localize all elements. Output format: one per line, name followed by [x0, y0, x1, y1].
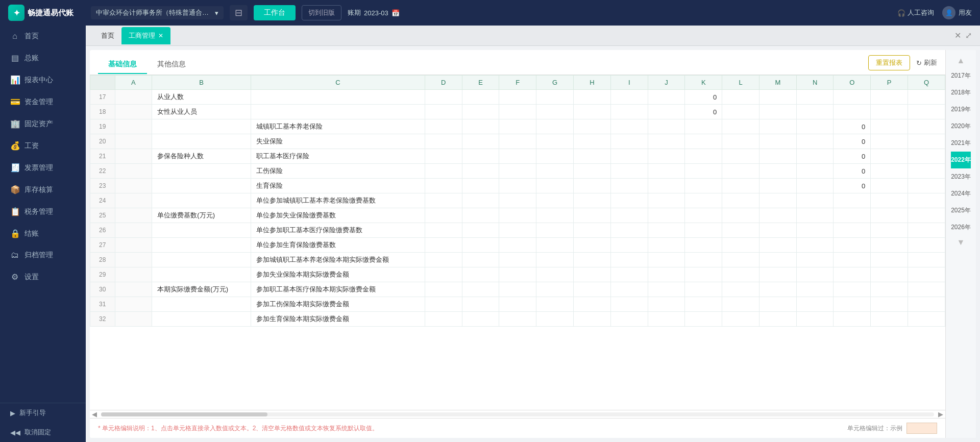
- cell-g[interactable]: [536, 164, 574, 179]
- cell-e[interactable]: [462, 193, 499, 208]
- cell-q[interactable]: [908, 312, 945, 327]
- cell-m[interactable]: [759, 253, 796, 267]
- cell-h[interactable]: [574, 312, 611, 327]
- cell-c[interactable]: 参加生育保险本期实际缴费金额: [251, 312, 425, 327]
- cell-l[interactable]: [722, 119, 760, 134]
- cell-a[interactable]: [115, 164, 152, 179]
- cell-g[interactable]: [536, 179, 574, 193]
- year-item-2023年[interactable]: 2023年: [951, 168, 971, 185]
- cell-m[interactable]: [759, 297, 796, 312]
- row-num[interactable]: 32: [90, 312, 115, 327]
- cell-i[interactable]: [610, 282, 648, 297]
- cell-n[interactable]: [796, 193, 834, 208]
- cell-g[interactable]: [536, 253, 574, 267]
- cell-k[interactable]: [685, 253, 722, 267]
- row-num[interactable]: 19: [90, 119, 115, 134]
- cell-j[interactable]: [648, 149, 685, 164]
- cell-h[interactable]: [574, 238, 611, 253]
- cell-p[interactable]: [871, 149, 908, 164]
- cell-f[interactable]: [499, 297, 536, 312]
- scroll-thumb[interactable]: [101, 412, 267, 416]
- cell-g[interactable]: [536, 193, 574, 208]
- cell-d[interactable]: [425, 297, 462, 312]
- cell-k[interactable]: [685, 223, 722, 238]
- sidebar-item-guide[interactable]: ▶ 新手引导: [0, 403, 86, 423]
- workbench-button[interactable]: 工作台: [254, 5, 296, 20]
- cell-o[interactable]: 0: [834, 134, 871, 149]
- cell-d[interactable]: [425, 179, 462, 193]
- cell-n[interactable]: [796, 105, 834, 119]
- cell-j[interactable]: [648, 312, 685, 327]
- cell-g[interactable]: [536, 282, 574, 297]
- refresh-button[interactable]: ↻ 刷新: [916, 58, 937, 67]
- year-item-2019年[interactable]: 2019年: [951, 101, 971, 118]
- cell-f[interactable]: [499, 179, 536, 193]
- cell-c[interactable]: 参加工伤保险本期实际缴费金额: [251, 297, 425, 312]
- cell-j[interactable]: [648, 253, 685, 267]
- sidebar-item-close[interactable]: 🔒 结账: [0, 223, 86, 244]
- company-selector[interactable]: 中审众环会计师事务所（特殊普通合伙... ▾: [91, 6, 224, 19]
- cell-e[interactable]: [462, 134, 499, 149]
- cell-d[interactable]: [425, 105, 462, 119]
- cell-a[interactable]: [115, 179, 152, 193]
- cell-f[interactable]: [499, 90, 536, 105]
- year-item-2022年[interactable]: 2022年: [951, 152, 971, 168]
- cell-d[interactable]: [425, 164, 462, 179]
- cell-i[interactable]: [610, 208, 648, 223]
- cell-a[interactable]: [115, 90, 152, 105]
- cell-q[interactable]: [908, 193, 945, 208]
- cell-n[interactable]: [796, 297, 834, 312]
- cell-e[interactable]: [462, 238, 499, 253]
- cell-b[interactable]: 本期实际缴费金额(万元): [152, 282, 251, 297]
- cell-i[interactable]: [610, 267, 648, 282]
- cell-b[interactable]: [152, 119, 251, 134]
- cell-n[interactable]: [796, 164, 834, 179]
- cell-p[interactable]: [871, 164, 908, 179]
- cell-a[interactable]: [115, 208, 152, 223]
- row-num[interactable]: 31: [90, 297, 115, 312]
- cell-c[interactable]: [251, 105, 425, 119]
- sidebar-item-home[interactable]: ⌂ 首页: [0, 26, 86, 47]
- cell-i[interactable]: [610, 297, 648, 312]
- cell-p[interactable]: [871, 90, 908, 105]
- cell-o[interactable]: [834, 312, 871, 327]
- row-num[interactable]: 29: [90, 267, 115, 282]
- cell-c[interactable]: 工伤保险: [251, 164, 425, 179]
- cell-d[interactable]: [425, 119, 462, 134]
- cell-h[interactable]: [574, 179, 611, 193]
- cell-p[interactable]: [871, 208, 908, 223]
- row-num[interactable]: 20: [90, 134, 115, 149]
- cell-e[interactable]: [462, 267, 499, 282]
- cell-o[interactable]: 0: [834, 164, 871, 179]
- cell-m[interactable]: [759, 282, 796, 297]
- cell-d[interactable]: [425, 134, 462, 149]
- cell-n[interactable]: [796, 90, 834, 105]
- cell-d[interactable]: [425, 193, 462, 208]
- h-scrollbar[interactable]: ◀ ▶: [90, 410, 945, 418]
- tab-industry[interactable]: 工商管理 ✕: [121, 27, 170, 44]
- year-item-2017年[interactable]: 2017年: [951, 67, 971, 84]
- year-item-2018年[interactable]: 2018年: [951, 84, 971, 101]
- sidebar-item-inventory[interactable]: 📦 库存核算: [0, 179, 86, 201]
- year-item-2021年[interactable]: 2021年: [951, 135, 971, 152]
- table-wrapper[interactable]: A B C D E F G H I J K L: [90, 75, 945, 410]
- cell-i[interactable]: [610, 149, 648, 164]
- cell-e[interactable]: [462, 223, 499, 238]
- cell-b[interactable]: [152, 193, 251, 208]
- cell-n[interactable]: [796, 149, 834, 164]
- cell-l[interactable]: [722, 179, 760, 193]
- cell-q[interactable]: [908, 297, 945, 312]
- cell-n[interactable]: [796, 253, 834, 267]
- cell-k[interactable]: 0: [685, 105, 722, 119]
- cell-a[interactable]: [115, 297, 152, 312]
- cell-h[interactable]: [574, 119, 611, 134]
- cell-k[interactable]: [685, 193, 722, 208]
- cell-p[interactable]: [871, 253, 908, 267]
- cell-a[interactable]: [115, 238, 152, 253]
- cell-c[interactable]: 单位参加失业保险缴费基数: [251, 208, 425, 223]
- cell-f[interactable]: [499, 267, 536, 282]
- cell-q[interactable]: [908, 282, 945, 297]
- cell-k[interactable]: [685, 267, 722, 282]
- cell-k[interactable]: [685, 149, 722, 164]
- cell-f[interactable]: [499, 134, 536, 149]
